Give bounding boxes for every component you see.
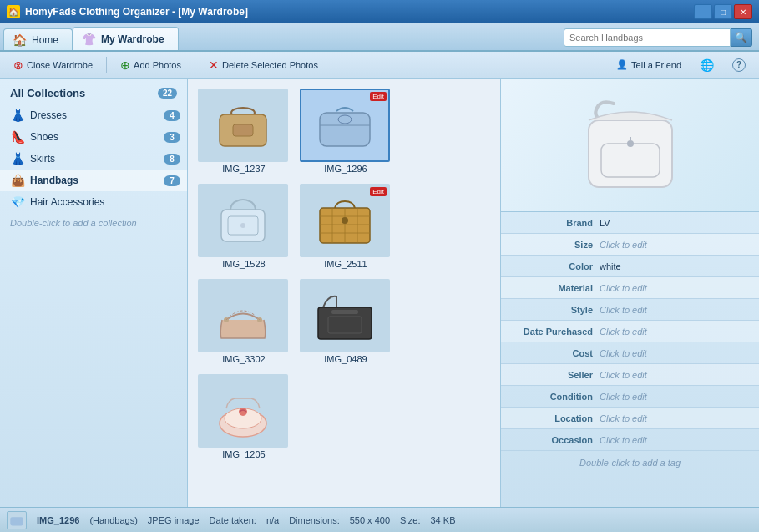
- bag-svg-IMG_2511: [311, 191, 378, 250]
- sidebar-item-handbags[interactable]: 👜 Handbags 7: [0, 170, 187, 191]
- sidebar-skirts-count: 8: [164, 154, 180, 165]
- status-date-value: n/a: [266, 515, 279, 525]
- sidebar-hair-label: Hair Accessories: [30, 196, 180, 208]
- detail-image: [501, 79, 759, 212]
- svg-rect-21: [331, 310, 358, 314]
- close-wardrobe-label: Close Wardrobe: [27, 60, 93, 70]
- field-value-material[interactable]: Click to edit: [600, 283, 752, 293]
- status-type: JPEG image: [148, 515, 200, 525]
- sidebar-item-dresses[interactable]: 👗 Dresses 4: [0, 104, 187, 126]
- field-value-condition[interactable]: Click to edit: [600, 392, 752, 402]
- field-value-occasion[interactable]: Click to edit: [600, 435, 752, 445]
- toolbar: ⊗ Close Wardrobe ⊕ Add Photos ✕ Delete S…: [0, 52, 759, 79]
- bag-svg-IMG_1528: [210, 191, 276, 250]
- detail-bag-image: [572, 87, 689, 204]
- close-button[interactable]: ✕: [734, 4, 752, 19]
- sidebar-shoes-label: Shoes: [30, 131, 159, 143]
- close-wardrobe-icon: ⊗: [13, 58, 23, 72]
- globe-button[interactable]: 🌐: [693, 55, 721, 75]
- photo-thumb-IMG_0489[interactable]: [300, 279, 390, 352]
- photo-thumb-IMG_1237[interactable]: [198, 89, 288, 162]
- photo-thumb-IMG_2511[interactable]: Edit: [300, 184, 390, 257]
- sidebar-item-hair[interactable]: 💎 Hair Accessories: [0, 191, 187, 213]
- delete-photos-icon: ✕: [209, 58, 219, 72]
- status-date-label: Date taken:: [210, 515, 256, 525]
- field-value-color[interactable]: white: [600, 261, 752, 271]
- bag-svg-IMG_3302: [210, 286, 276, 345]
- maximize-button[interactable]: □: [714, 4, 732, 19]
- sidebar-item-shoes[interactable]: 👠 Shoes 3: [0, 126, 187, 148]
- photo-thumb-IMG_1296[interactable]: Edit: [300, 89, 390, 162]
- field-label-size: Size: [508, 240, 600, 250]
- app-title: HomyFads Clothing Organizer - [My Wardro…: [25, 6, 248, 18]
- hair-icon: 💎: [10, 195, 25, 209]
- photo-item-IMG_2511[interactable]: Edit IMG_2511: [300, 184, 392, 269]
- field-value-cost[interactable]: Click to edit: [600, 348, 752, 358]
- bag-svg-IMG_1296: [311, 96, 378, 155]
- field-row-seller: Seller Click to edit: [501, 364, 759, 386]
- close-wardrobe-button[interactable]: ⊗ Close Wardrobe: [7, 55, 99, 75]
- field-value-seller[interactable]: Click to edit: [600, 370, 752, 380]
- add-photos-icon: ⊕: [120, 58, 130, 72]
- photo-item-IMG_0489[interactable]: IMG_0489: [300, 279, 392, 364]
- field-value-date[interactable]: Click to edit: [600, 327, 752, 337]
- tell-friend-icon: 👤: [616, 59, 628, 70]
- field-value-size[interactable]: Click to edit: [600, 240, 752, 250]
- titlebar: 🏠 HomyFads Clothing Organizer - [My Ward…: [0, 0, 759, 23]
- add-photos-button[interactable]: ⊕ Add Photos: [114, 55, 188, 75]
- field-label-style: Style: [508, 305, 600, 315]
- titlebar-title: 🏠 HomyFads Clothing Organizer - [My Ward…: [7, 5, 248, 18]
- svg-rect-4: [320, 113, 370, 146]
- field-label-material: Material: [508, 283, 600, 293]
- field-row-occasion: Occasion Click to edit: [501, 429, 759, 451]
- tell-friend-label: Tell a Friend: [631, 60, 681, 70]
- field-value-location[interactable]: Click to edit: [600, 413, 752, 423]
- tab-home[interactable]: 🏠 Home: [3, 28, 73, 50]
- bag-svg-IMG_0489: [311, 286, 378, 345]
- photo-grid: IMG_1237 Edit IMG_1296: [188, 79, 500, 507]
- detail-tag-hint[interactable]: Double-click to add a tag: [501, 451, 759, 474]
- search-button[interactable]: 🔍: [731, 28, 752, 47]
- svg-point-17: [342, 217, 348, 224]
- photo-label-IMG_1205: IMG_1205: [198, 449, 290, 459]
- sidebar-handbags-label: Handbags: [30, 175, 159, 186]
- tab-wardrobe[interactable]: 👚 My Wardrobe: [73, 27, 179, 50]
- bag-svg-IMG_1237: [210, 96, 276, 155]
- sidebar-item-skirts[interactable]: 👗 Skirts 8: [0, 148, 187, 170]
- photo-item-IMG_1205[interactable]: IMG_1205: [198, 374, 290, 459]
- status-thumb-svg: [8, 513, 26, 528]
- minimize-button[interactable]: —: [694, 4, 712, 19]
- field-label-brand: Brand: [508, 218, 600, 228]
- photo-item-IMG_3302[interactable]: IMG_3302: [198, 279, 290, 364]
- field-row-size: Size Click to edit: [501, 234, 759, 256]
- field-label-date: Date Purchased: [508, 327, 600, 337]
- photo-thumb-IMG_1528[interactable]: [198, 184, 288, 257]
- handbags-icon: 👜: [10, 174, 25, 187]
- field-label-occasion: Occasion: [508, 435, 600, 445]
- sidebar-item-all[interactable]: All Collections 22: [0, 82, 187, 104]
- add-photos-label: Add Photos: [134, 60, 181, 70]
- search-input[interactable]: [564, 28, 731, 47]
- photo-thumb-IMG_1205[interactable]: [198, 374, 288, 448]
- photo-thumb-IMG_3302[interactable]: [198, 279, 288, 352]
- bag-svg-IMG_1205: [210, 382, 276, 440]
- dresses-icon: 👗: [10, 109, 25, 122]
- photo-item-IMG_1528[interactable]: IMG_1528: [198, 184, 290, 269]
- tab-wardrobe-label: My Wardrobe: [101, 33, 164, 45]
- tell-friend-button[interactable]: 👤 Tell a Friend: [610, 55, 688, 75]
- status-thumbnail: [7, 511, 27, 529]
- help-button[interactable]: ?: [726, 55, 752, 75]
- wardrobe-icon: 👚: [82, 33, 96, 46]
- field-label-condition: Condition: [508, 392, 600, 402]
- photo-item-IMG_1237[interactable]: IMG_1237: [198, 89, 290, 174]
- field-value-brand[interactable]: LV: [600, 218, 752, 228]
- field-value-style[interactable]: Click to edit: [600, 305, 752, 315]
- skirts-icon: 👗: [10, 152, 25, 165]
- svg-rect-30: [10, 517, 23, 525]
- photo-item-IMG_1296[interactable]: Edit IMG_1296: [300, 89, 392, 174]
- photo-label-IMG_3302: IMG_3302: [198, 354, 290, 364]
- sidebar-dresses-count: 4: [164, 110, 180, 121]
- sidebar-handbags-count: 7: [164, 175, 180, 186]
- delete-photos-button[interactable]: ✕ Delete Selected Photos: [202, 55, 325, 75]
- titlebar-controls[interactable]: — □ ✕: [694, 4, 752, 19]
